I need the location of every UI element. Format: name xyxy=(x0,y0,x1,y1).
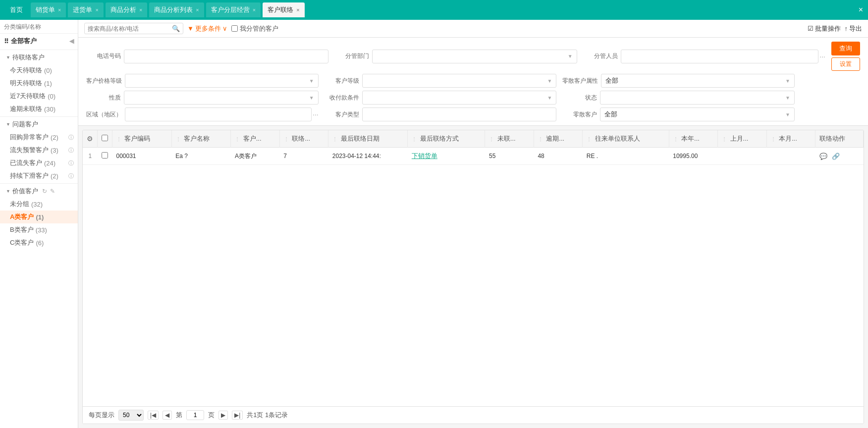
adv-label-nature: 性质 xyxy=(86,94,121,102)
sidebar-item-class-b[interactable]: B类客户 (33) xyxy=(0,223,78,236)
adv-select-dept[interactable]: ▼ xyxy=(372,50,577,63)
adv-input-phone[interactable] xyxy=(124,50,328,63)
nav-tab-purchaseorder[interactable]: 进货单 × xyxy=(68,2,103,17)
dots-icon[interactable]: ··· xyxy=(313,110,319,118)
adv-select-pricelevel[interactable]: ▼ xyxy=(125,74,319,88)
gear-icon[interactable]: ⚙ xyxy=(87,135,93,143)
close-icon[interactable]: × xyxy=(253,7,256,13)
nav-tab-analysis[interactable]: 商品分析 × xyxy=(106,2,147,17)
sidebar-item-7days[interactable]: 近7天待联络 (0) xyxy=(0,90,78,103)
sidebar-group-problem[interactable]: ▼ 问题客户 xyxy=(0,118,78,131)
sort-handle-icon[interactable]: ⋮ xyxy=(722,136,727,142)
divider xyxy=(0,116,78,117)
table-scroll[interactable]: ⚙ ⋮ 客户编码 ⋮ 客户名称 xyxy=(83,130,864,406)
sidebar-item-today[interactable]: 今天待联络 (0) xyxy=(0,64,78,77)
close-icon[interactable]: × xyxy=(196,7,199,13)
sidebar-item-repurchase[interactable]: 回购异常客户 (2) ⓘ xyxy=(0,131,78,144)
sort-handle-icon[interactable]: ⋮ xyxy=(587,136,592,142)
adv-field-scatter: 零散客户 全部 ▼ xyxy=(562,107,795,121)
close-icon[interactable]: × xyxy=(296,7,299,13)
pagination: 每页显示 50 100 200 |◀ ◀ 第 1 页 ▶ ▶| 共1页 1条记录 xyxy=(83,406,864,424)
sidebar-item-declining[interactable]: 持续下滑客户 (2) ⓘ xyxy=(0,169,78,182)
sidebar-search-input[interactable] xyxy=(4,23,78,30)
sort-handle-icon[interactable]: ⋮ xyxy=(176,136,181,142)
sort-handle-icon[interactable]: ⋮ xyxy=(489,136,494,142)
select-all-checkbox[interactable] xyxy=(102,135,108,141)
sort-handle-icon[interactable]: ⋮ xyxy=(771,136,776,142)
per-page-select[interactable]: 50 100 200 xyxy=(118,410,144,421)
row-thisyear: 10995.00 xyxy=(669,148,717,165)
close-icon[interactable]: × xyxy=(139,7,142,13)
sort-handle-icon[interactable]: ⋮ xyxy=(538,136,543,142)
nav-tab-label: 进货单 xyxy=(73,5,92,14)
sort-handle-icon[interactable]: ⋮ xyxy=(235,136,240,142)
sidebar-item-overdue[interactable]: 逾期未联络 (30) xyxy=(0,103,78,115)
sidebar-group-pending[interactable]: ▼ 待联络客户 xyxy=(0,51,78,64)
sidebar-item-churned[interactable]: 已流失客户 (24) ⓘ xyxy=(0,157,78,169)
global-close-icon[interactable]: × xyxy=(859,5,863,14)
item-badge: (3) xyxy=(51,147,58,154)
page-input[interactable]: 1 xyxy=(186,410,204,420)
sidebar: 🔍 ⠿ 全部客户 ◀ ▼ 待联络客户 今天待联络 (0) 明天待联络 (1) 近… xyxy=(0,20,78,428)
sidebar-item-class-a[interactable]: A类客户 (1) xyxy=(0,211,78,223)
nav-home[interactable]: 首页 xyxy=(4,2,29,17)
adv-input-custtype[interactable] xyxy=(362,107,557,121)
dots-icon[interactable]: ··· xyxy=(819,53,825,60)
sidebar-group-value[interactable]: ▼ 价值客户 ↻ ✎ xyxy=(0,185,78,198)
group-label: 待联络客户 xyxy=(12,53,45,62)
link-icon[interactable]: 🔗 xyxy=(832,153,840,160)
sort-handle-icon[interactable]: ⋮ xyxy=(412,136,417,142)
chevron-down-icon: ∨ xyxy=(222,25,227,32)
nav-tab-customercontact[interactable]: 客户联络 × xyxy=(263,2,304,17)
divider xyxy=(0,183,78,184)
close-icon[interactable]: × xyxy=(95,7,98,13)
col-thismonth: ⋮ 本月... xyxy=(766,130,815,148)
sort-handle-icon[interactable]: ⋮ xyxy=(332,136,337,142)
nav-tab-customersegment[interactable]: 客户分层经营 × xyxy=(206,2,261,17)
last-method-link[interactable]: 下销货单 xyxy=(412,152,437,160)
sort-handle-icon[interactable]: ⋮ xyxy=(116,136,121,142)
export-btn[interactable]: ↑ 导出 xyxy=(845,24,863,33)
chat-icon[interactable]: 💬 xyxy=(819,153,827,160)
adv-input-region[interactable] xyxy=(125,107,312,121)
filter-search-input[interactable] xyxy=(88,25,170,32)
sidebar-item-tomorrow[interactable]: 明天待联络 (1) xyxy=(0,77,78,90)
col-unitcontact: ⋮ 往来单位联系人 xyxy=(583,130,669,148)
sort-handle-icon[interactable]: ⋮ xyxy=(284,136,289,142)
row-checkbox[interactable] xyxy=(102,152,108,159)
group-label: 价值客户 xyxy=(12,187,38,196)
close-icon[interactable]: × xyxy=(58,7,61,13)
adv-select-custlevel[interactable]: ▼ xyxy=(362,74,557,88)
filter-search-icon[interactable]: 🔍 xyxy=(172,25,180,32)
sort-handle-icon[interactable]: ⋮ xyxy=(673,136,678,142)
my-customers-checkbox[interactable] xyxy=(231,25,238,32)
item-badge: (0) xyxy=(48,93,55,100)
edit-icon[interactable]: ✎ xyxy=(50,188,55,195)
collapse-icon[interactable]: ◀ xyxy=(69,38,74,45)
sidebar-item-unsorted[interactable]: 未分组 (32) xyxy=(0,198,78,211)
adv-select-scatter[interactable]: 全部 ▼ xyxy=(600,107,795,121)
batch-op-btn[interactable]: ☑ 批量操作 xyxy=(808,24,841,33)
sidebar-item-class-c[interactable]: C类客户 (6) xyxy=(0,236,78,249)
adv-select-nature[interactable]: ▼ xyxy=(124,91,319,105)
filter-icon: ▼ xyxy=(187,25,194,32)
first-page-btn[interactable]: |◀ xyxy=(148,411,159,420)
adv-select-payment[interactable]: ▼ xyxy=(362,91,557,105)
adv-label-status: 状态 xyxy=(562,94,597,102)
nav-tab-analysislist[interactable]: 商品分析列表 × xyxy=(149,2,204,17)
row-action: 💬 🔗 xyxy=(815,148,864,165)
query-button[interactable]: 查询 xyxy=(831,42,860,55)
next-page-btn[interactable]: ▶ xyxy=(218,411,228,420)
adv-select-scatterattr[interactable]: 全部 ▼ xyxy=(601,74,795,88)
nav-tab-salesorder[interactable]: 销货单 × xyxy=(31,2,66,17)
refresh-icon[interactable]: ↻ xyxy=(42,188,47,195)
prev-page-btn[interactable]: ◀ xyxy=(163,411,172,420)
sidebar-item-churnwarning[interactable]: 流失预警客户 (3) ⓘ xyxy=(0,144,78,157)
last-page-btn[interactable]: ▶| xyxy=(232,411,243,420)
adv-input-person[interactable] xyxy=(621,50,819,63)
adv-select-status[interactable]: ▼ xyxy=(600,91,795,105)
triangle-icon: ▼ xyxy=(6,122,10,127)
filter-more-btn[interactable]: ▼ 更多条件 ∨ xyxy=(187,24,227,33)
settings-button[interactable]: 设置 xyxy=(831,57,860,71)
sidebar-all-customers[interactable]: ⠿ 全部客户 ◀ xyxy=(0,34,78,49)
